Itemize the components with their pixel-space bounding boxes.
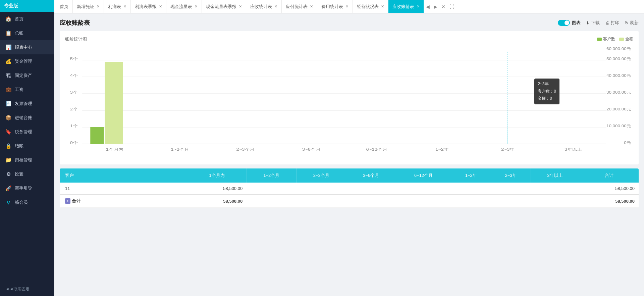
print-label: 打印 [611,20,620,26]
tab-ap-stats[interactable]: 应付统计表 ✕ [282,0,317,13]
member-icon: V [5,200,11,205]
bar-customer-1 [90,127,104,144]
tab-cashflow-quarter[interactable]: 现金流量表季报 ✕ [202,0,246,13]
sidebar: 专业版 🏠 首页 📋 总账 📊 报表中心 💰 资金管理 🏗 固定资产 💼 工资 … [0,0,54,296]
svg-text:30,000.00元: 30,000.00元 [606,91,631,95]
tab-voucher[interactable]: 新增凭证 ✕ [73,0,104,13]
svg-text:1个: 1个 [70,124,78,128]
tab-bar: 首页 新增凭证 ✕ 利润表 ✕ 利润表季报 ✕ 现金流量表 ✕ 现金流量表季报 … [54,0,644,13]
salary-icon: 💼 [5,87,11,93]
download-button[interactable]: ⬇ 下载 [586,20,600,26]
tab-scroll-left[interactable]: ◀ [424,0,432,13]
tab-operations[interactable]: 经营状况表 ✕ [353,0,388,13]
tab-ar-aging[interactable]: 应收账龄表 ✕ [388,0,424,13]
total-m36 [346,195,396,208]
chart-area: 账龄统计图 客户数 金额 0个 1个 2个 3个 4个 [60,31,639,164]
tab-close-cashflow[interactable]: ✕ [195,4,198,9]
refresh-button[interactable]: ↻ 刷新 [625,20,639,26]
cell-m1: 58,500.00 [187,183,247,195]
tab-maximize[interactable]: ⛶ [447,0,456,13]
legend-customer-color [597,38,602,41]
sidebar-item-inventory[interactable]: 📦 进销台账 [0,111,54,125]
total-y23 [491,195,531,208]
print-button[interactable]: 🖨 打印 [605,20,620,26]
sidebar-label-invoices: 发票管理 [15,101,32,107]
settings-icon: ⚙ [5,171,11,177]
download-icon: ⬇ [586,20,590,26]
col-header-m1: 1个月内 [187,168,247,183]
sidebar-label-member: 畅会员 [15,199,28,205]
chart-svg: 0个 1个 2个 3个 4个 5个 0元 10,000.00元 20,000.0… [65,45,633,159]
sidebar-item-tax[interactable]: 🔖 税务管理 [0,125,54,139]
tab-scroll-right[interactable]: ▶ [432,0,439,13]
tab-cashflow[interactable]: 现金流量表 ✕ [166,0,202,13]
sidebar-item-guide[interactable]: 🚀 新手引导 [0,181,54,195]
chart-svg-container: 0个 1个 2个 3个 4个 5个 0元 10,000.00元 20,000.0… [65,45,633,159]
home-icon: 🏠 [5,16,11,22]
sidebar-label-closing: 结账 [15,143,23,149]
refresh-icon: ↻ [625,20,629,26]
sidebar-item-member[interactable]: V 畅会员 [0,195,54,209]
tab-close-expense[interactable]: ✕ [345,4,348,9]
tab-close-ap-stats[interactable]: ✕ [310,4,313,9]
sidebar-item-settings[interactable]: ⚙ 设置 [0,167,54,181]
tab-expense[interactable]: 费用统计表 ✕ [317,0,353,13]
legend-amount: 金额 [619,36,633,42]
tab-ar-stats[interactable]: 应收统计表 ✕ [246,0,282,13]
funds-icon: 💰 [5,58,11,64]
app-logo: 专业版 [0,0,54,12]
sidebar-item-home[interactable]: 🏠 首页 [0,12,54,26]
tab-profit-quarter[interactable]: 利润表季报 ✕ [131,0,166,13]
page-content: 应收账龄表 图表 ⬇ 下载 🖨 打印 ↻ 刷新 [54,13,644,296]
svg-text:0元: 0元 [624,141,631,145]
sidebar-item-salary[interactable]: 💼 工资 [0,83,54,97]
tab-profit[interactable]: 利润表 ✕ [104,0,131,13]
col-header-y3plus: 3年以上 [531,168,579,183]
sidebar-item-assets[interactable]: 🏗 固定资产 [0,68,54,83]
closing-icon: 🔒 [5,143,11,149]
invoices-icon: 🧾 [5,101,11,107]
svg-text:2个: 2个 [70,107,78,111]
sidebar-item-invoices[interactable]: 🧾 发票管理 [0,97,54,111]
chart-toggle[interactable] [558,20,570,26]
cell-m36 [346,183,396,195]
tab-close-cashflow-quarter[interactable]: ✕ [239,4,242,9]
tab-close-profit[interactable]: ✕ [123,4,126,9]
sidebar-label-assets: 固定资产 [15,72,32,79]
tab-close-profit-quarter[interactable]: ✕ [159,4,162,9]
sidebar-item-ledger[interactable]: 📋 总账 [0,26,54,40]
svg-text:10,000.00元: 10,000.00元 [606,124,631,128]
cell-customer: 11 [60,183,187,195]
tab-close-all[interactable]: ✕ [439,0,447,13]
svg-text:3~6个月: 3~6个月 [302,147,321,152]
sidebar-item-reports[interactable]: 📊 报表中心 [0,40,54,54]
bar-amount-1 [105,62,123,144]
col-header-customer: 客户 [60,168,187,183]
tab-close-ar-aging[interactable]: ✕ [417,4,420,9]
tab-close-voucher[interactable]: ✕ [97,4,100,9]
cell-y3plus [531,183,579,195]
tab-close-operations[interactable]: ✕ [381,4,384,9]
chart-toggle-wrap: 图表 [558,20,581,26]
col-header-m12: 1~2个月 [247,168,296,183]
legend-customer-label: 客户数 [603,36,615,42]
sidebar-toggle-pin[interactable]: ◄◄取消固定 [0,282,54,296]
tab-home[interactable]: 首页 [56,0,73,13]
page-actions: 图表 ⬇ 下载 🖨 打印 ↻ 刷新 [558,20,639,26]
sidebar-label-inventory: 进销台账 [15,115,32,121]
archive-icon: 📁 [5,157,11,163]
chart-title: 账龄统计图 [65,36,633,42]
sidebar-item-closing[interactable]: 🔒 结账 [0,139,54,153]
inventory-icon: 📦 [5,115,11,121]
legend-amount-color [619,38,624,41]
svg-text:1~2年: 1~2年 [435,147,449,152]
sidebar-label-settings: 设置 [15,171,23,177]
tab-close-ar-stats[interactable]: ✕ [274,4,277,9]
sidebar-item-archive[interactable]: 📁 归档管理 [0,153,54,167]
sidebar-item-funds[interactable]: 💰 资金管理 [0,54,54,68]
svg-text:5个: 5个 [70,57,78,61]
svg-text:1个月内: 1个月内 [106,147,123,152]
reports-icon: 📊 [5,44,11,50]
aging-table: 客户 1个月内 1~2个月 2~3个月 3~6个月 6~12个月 1~2年 2~… [60,168,639,208]
cell-m23 [297,183,346,195]
